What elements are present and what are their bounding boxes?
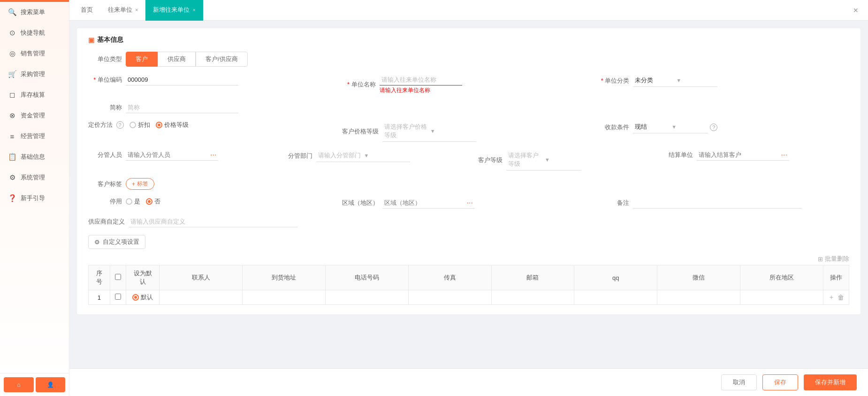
- row-email[interactable]: [491, 290, 574, 305]
- batch-delete-label[interactable]: 批量删除: [825, 255, 849, 263]
- custom-settings-btn[interactable]: ⚙ 自定义项设置: [88, 235, 145, 249]
- operations-icon: ≡: [8, 132, 17, 141]
- manager-input[interactable]: [126, 149, 208, 160]
- type-btn-supplier[interactable]: 供应商: [158, 52, 196, 67]
- pricing-help-icon[interactable]: ?: [116, 121, 124, 129]
- remark-input[interactable]: [633, 197, 802, 209]
- short-name-input[interactable]: [126, 102, 238, 113]
- sidebar-item-search[interactable]: 🔍 搜索菜单: [0, 2, 69, 23]
- tab-partners[interactable]: 往来单位 ×: [100, 0, 145, 21]
- row-wechat-input[interactable]: [662, 294, 735, 301]
- customer-level-field: 客户等级 请选择客户等级 ▼: [469, 149, 659, 171]
- row-contact-input[interactable]: [164, 294, 237, 301]
- row-wechat[interactable]: [657, 290, 740, 305]
- settings-gear-icon: ⚙: [94, 239, 100, 246]
- type-btn-customer[interactable]: 客户: [126, 52, 158, 67]
- sidebar-item-sales[interactable]: ◎ 销售管理: [0, 43, 69, 64]
- row-fax[interactable]: [408, 290, 491, 305]
- pricing-radio-discount[interactable]: 折扣: [129, 121, 150, 129]
- row-fax-input[interactable]: [413, 294, 487, 301]
- row-default-radio[interactable]: 默认: [131, 293, 154, 302]
- row-actions-cell: ＋ 🗑: [823, 290, 849, 305]
- unit-name-input[interactable]: [380, 74, 462, 85]
- cancel-button[interactable]: 取消: [721, 374, 757, 390]
- region-field: 区域（地区） ···: [342, 197, 596, 209]
- tab-home[interactable]: 首页: [73, 0, 100, 21]
- row-email-input[interactable]: [496, 294, 570, 301]
- row-actions: ＋ 🗑: [828, 293, 844, 302]
- region-label: 区域（地区）: [342, 199, 382, 207]
- row-pricing: 定价方法 ? 折扣 价格等级 客户: [88, 121, 849, 142]
- row-checkbox[interactable]: [115, 294, 121, 300]
- settlement-unit-input[interactable]: [697, 149, 779, 160]
- row-disabled-region-remark: 停用 是 否 区域（地区）: [88, 197, 849, 209]
- unit-code-field: 单位编码: [88, 74, 342, 85]
- customer-price-level-field: 客户价格等级 请选择客户价格等级 ▼: [342, 121, 596, 142]
- pricing-radio-discount-label: 折扣: [138, 121, 150, 129]
- save-button[interactable]: 保存: [762, 374, 798, 390]
- tab-partners-label: 往来单位: [108, 6, 132, 14]
- unit-code-input[interactable]: [126, 74, 238, 85]
- department-select[interactable]: 请输入分管部门 ▼: [316, 149, 410, 162]
- section-title-icon: ▣: [88, 36, 94, 44]
- customer-level-select[interactable]: 请选择客户等级 ▼: [506, 149, 581, 171]
- disabled-yes-label: 是: [134, 197, 140, 206]
- payment-terms-select[interactable]: 现结 ▼: [633, 121, 708, 133]
- sidebar-item-system[interactable]: ⚙ 系统管理: [0, 167, 69, 188]
- sidebar-item-guide[interactable]: ❓ 新手引导: [0, 188, 69, 209]
- save-new-button[interactable]: 保存并新增: [804, 374, 857, 390]
- disabled-radio-yes[interactable]: 是: [126, 197, 140, 206]
- manager-more-btn[interactable]: ···: [208, 151, 218, 159]
- tab-new-partner[interactable]: 新增往来单位 ×: [145, 0, 203, 21]
- manager-input-wrapper: ···: [126, 149, 218, 161]
- row-qq-input[interactable]: [579, 294, 652, 301]
- sidebar-item-label: 快捷导航: [21, 29, 45, 37]
- row-qq[interactable]: [574, 290, 657, 305]
- type-btn-both[interactable]: 客户/供应商: [196, 52, 248, 67]
- sidebar-user-btn[interactable]: 👤: [36, 377, 66, 392]
- tab-new-partner-close[interactable]: ×: [192, 7, 195, 13]
- sidebar-item-purchase[interactable]: 🛒 采购管理: [0, 64, 69, 85]
- remark-label: 备注: [595, 199, 633, 207]
- select-all-checkbox[interactable]: [115, 274, 121, 280]
- sidebar-item-operations[interactable]: ≡ 经营管理: [0, 126, 69, 147]
- unit-name-error: 请输入往来单位名称: [380, 86, 462, 94]
- table-row: 1 默认: [89, 290, 849, 305]
- unit-category-label: 单位分类: [595, 77, 633, 85]
- row-region[interactable]: [740, 290, 823, 305]
- pricing-radio-level[interactable]: 价格等级: [156, 121, 189, 129]
- manager-field: 分管人员 ···: [88, 149, 279, 161]
- sidebar-item-quicknav[interactable]: ⊙ 快捷导航: [0, 23, 69, 43]
- purchase-icon: 🛒: [8, 70, 17, 79]
- region-input[interactable]: [382, 197, 465, 208]
- row-short-name: 简称: [88, 102, 849, 113]
- row-phone-input[interactable]: [330, 294, 404, 301]
- window-close-btn[interactable]: ✕: [847, 7, 864, 14]
- row-contact[interactable]: [160, 290, 243, 305]
- tab-partners-close[interactable]: ×: [135, 7, 138, 13]
- sidebar-item-finance[interactable]: ⊗ 资金管理: [0, 105, 69, 126]
- col-wechat: 微信: [657, 265, 740, 290]
- settlement-unit-more-btn[interactable]: ···: [779, 151, 789, 159]
- row-delete-btn[interactable]: 🗑: [838, 293, 844, 302]
- disabled-yes-circle: [126, 198, 132, 205]
- customer-price-level-select[interactable]: 请选择客户价格等级 ▼: [382, 121, 476, 142]
- row-address-input[interactable]: [247, 294, 320, 301]
- disabled-radio-no[interactable]: 否: [146, 197, 160, 206]
- sidebar-home-btn[interactable]: ⌂: [4, 377, 34, 392]
- sidebar-item-inventory[interactable]: ◻ 库存核算: [0, 85, 69, 105]
- payment-terms-help-icon[interactable]: ?: [710, 124, 717, 131]
- tag-add-label: 标签: [137, 180, 148, 188]
- row-address[interactable]: [243, 290, 326, 305]
- customer-tag-add-btn[interactable]: + 标签: [126, 178, 154, 190]
- row-phone[interactable]: [325, 290, 408, 305]
- row-region-input[interactable]: [745, 294, 818, 301]
- region-more-btn[interactable]: ···: [465, 199, 475, 207]
- sidebar-item-basic[interactable]: 📋 基础信息: [0, 147, 69, 167]
- unit-category-select[interactable]: 未分类 ▼: [633, 74, 717, 87]
- sidebar-item-label: 经营管理: [21, 132, 45, 140]
- guide-icon: ❓: [8, 194, 17, 203]
- supplier-custom-input[interactable]: [129, 216, 297, 227]
- row-add-btn[interactable]: ＋: [828, 293, 835, 302]
- batch-delete-icon: ⊞: [818, 256, 823, 263]
